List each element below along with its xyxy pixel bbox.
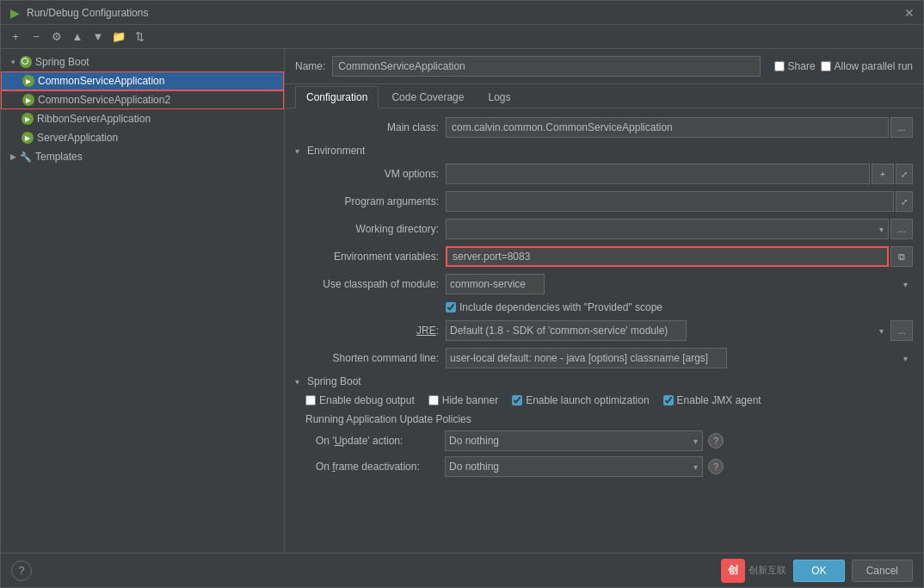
spring-boot-group-label: Spring Boot (35, 56, 89, 68)
tree-item-common-service-app2[interactable]: ▶ CommonServiceApplication2 (1, 90, 284, 109)
on-update-select[interactable]: Do nothing Update resources Update class… (445, 430, 703, 451)
remove-button[interactable]: − (27, 28, 46, 46)
shorten-cmd-label: Shorten command line: (295, 352, 446, 364)
share-checkbox-label[interactable]: Share (774, 60, 816, 72)
run-icon-3: ▶ (22, 113, 34, 125)
dialog-icon: ▶ (8, 6, 22, 20)
tree-item-server-app[interactable]: ▶ ServerApplication (1, 128, 284, 147)
hide-banner-label[interactable]: Hide banner (428, 394, 498, 406)
on-frame-help-button[interactable]: ? (708, 459, 724, 474)
tree-templates-group[interactable]: ▶ 🔧 Templates (1, 147, 284, 166)
ok-button[interactable]: OK (793, 560, 844, 582)
toolbar: + − ⚙ ▲ ▼ 📁 ⇅ (1, 25, 923, 49)
enable-debug-label[interactable]: Enable debug output (305, 394, 415, 406)
run-icon-1: ▶ (22, 75, 34, 87)
on-frame-row: On frame deactivation: Do nothing Update… (295, 456, 913, 477)
parallel-checkbox[interactable] (821, 61, 831, 71)
main-class-label: Main class: (295, 121, 446, 133)
dialog-title: Run/Debug Configurations (27, 7, 902, 19)
enable-launch-label[interactable]: Enable launch optimization (512, 394, 649, 406)
on-frame-label: On frame deactivation: (316, 461, 445, 473)
main-content: ▾ Spring Boot ▶ CommonServiceApplication (1, 49, 923, 553)
folder-button[interactable]: 📁 (109, 28, 128, 46)
tab-logs[interactable]: Logs (477, 85, 521, 108)
on-update-help-button[interactable]: ? (708, 433, 724, 449)
config-area: Main class: ... ▾ Environment VM options… (285, 108, 923, 553)
program-args-expand-button[interactable]: ⤢ (896, 191, 913, 212)
on-update-row: On 'Update' action: Do nothing Update re… (295, 430, 913, 451)
vm-options-add-button[interactable]: + (872, 164, 894, 184)
group-collapse-arrow: ▾ (8, 57, 18, 67)
spring-boot-section-arrow[interactable]: ▾ (295, 377, 307, 387)
left-panel: ▾ Spring Boot ▶ CommonServiceApplication (1, 49, 285, 553)
tree-spring-boot-group[interactable]: ▾ Spring Boot (1, 53, 284, 71)
tabs-row: Configuration Code Coverage Logs (285, 84, 923, 108)
include-dep-row: Include dependencies with "Provided" sco… (295, 301, 913, 313)
include-dep-checkbox[interactable] (446, 302, 456, 313)
shorten-cmd-row: Shorten command line: user-local default… (295, 348, 913, 368)
tab-configuration[interactable]: Configuration (295, 86, 379, 108)
close-button[interactable]: ✕ (902, 6, 916, 20)
wrench-icon: 🔧 (20, 151, 32, 163)
title-bar: ▶ Run/Debug Configurations ✕ (1, 1, 923, 25)
add-button[interactable]: + (6, 28, 25, 46)
cancel-button[interactable]: Cancel (852, 560, 913, 582)
enable-launch-checkbox[interactable] (512, 395, 522, 405)
enable-jmx-label[interactable]: Enable JMX agent (663, 394, 761, 406)
run-icon-2: ▶ (22, 94, 34, 106)
run-debug-configurations-dialog: ▶ Run/Debug Configurations ✕ + − ⚙ ▲ ▼ 📁… (0, 0, 924, 588)
move-down-button[interactable]: ▼ (89, 28, 108, 46)
tree-item-ribbon-server-app[interactable]: ▶ RibbonServerApplication (1, 109, 284, 128)
settings-button[interactable]: ⚙ (47, 28, 66, 46)
footer-buttons: 创 创新互联 OK Cancel (721, 559, 913, 583)
shorten-cmd-select[interactable]: user-local default: none - java [options… (446, 348, 727, 368)
working-dir-row: Working directory: ... (295, 219, 913, 239)
footer: ? 创 创新互联 OK Cancel (1, 553, 923, 587)
run-icon-4: ▶ (22, 132, 34, 144)
tab-code-coverage[interactable]: Code Coverage (380, 85, 475, 108)
share-area: Share Allow parallel run (774, 60, 913, 72)
move-up-button[interactable]: ▲ (68, 28, 87, 46)
classpath-select[interactable]: common-service (446, 274, 545, 294)
on-update-label: On 'Update' action: (316, 435, 445, 447)
vm-options-input[interactable] (446, 164, 870, 184)
tree-item-label-3: RibbonServerApplication (37, 113, 151, 125)
vm-options-row: VM options: + ⤢ (295, 164, 913, 184)
main-class-row: Main class: ... (295, 117, 913, 138)
enable-debug-checkbox[interactable] (305, 395, 316, 405)
env-vars-label: Environment variables: (295, 251, 446, 263)
environment-section-arrow[interactable]: ▾ (295, 146, 307, 156)
working-dir-input[interactable] (446, 219, 889, 239)
tree-item-label-1: CommonServiceApplication (38, 75, 164, 87)
program-args-input[interactable] (446, 191, 894, 212)
jre-browse-button[interactable]: ... (890, 320, 913, 341)
vm-options-label: VM options: (295, 168, 446, 180)
parallel-checkbox-label[interactable]: Allow parallel run (821, 60, 913, 72)
hide-banner-checkbox[interactable] (428, 395, 439, 405)
env-vars-copy-button[interactable]: ⧉ (890, 246, 913, 267)
working-dir-label: Working directory: (295, 223, 446, 235)
environment-section-header: ▾ Environment (295, 145, 913, 157)
help-button[interactable]: ? (11, 560, 32, 581)
spring-boot-icon (20, 56, 32, 68)
working-dir-browse-button[interactable]: ... (890, 219, 913, 239)
main-class-input[interactable] (446, 117, 889, 138)
sort-button[interactable]: ⇅ (130, 28, 149, 46)
vm-options-expand-button[interactable]: ⤢ (896, 164, 913, 184)
templates-label: Templates (35, 151, 83, 163)
classpath-row: Use classpath of module: common-service (295, 274, 913, 294)
main-class-browse-button[interactable]: ... (890, 117, 913, 138)
name-input[interactable] (332, 56, 760, 77)
jre-select[interactable]: Default (1.8 - SDK of 'common-service' m… (446, 320, 687, 341)
tree: ▾ Spring Boot ▶ CommonServiceApplication (1, 49, 284, 170)
env-vars-row: Environment variables: ⧉ (295, 246, 913, 267)
enable-jmx-checkbox[interactable] (663, 395, 674, 405)
env-vars-input[interactable] (446, 246, 889, 267)
name-label: Name: (295, 60, 325, 72)
on-frame-select[interactable]: Do nothing Update resources Update class… (445, 456, 703, 477)
program-args-row: Program arguments: ⤢ (295, 191, 913, 212)
tree-item-label-2: CommonServiceApplication2 (38, 94, 170, 106)
share-checkbox[interactable] (774, 61, 785, 71)
tree-item-common-service-app[interactable]: ▶ CommonServiceApplication (1, 71, 284, 90)
include-dep-checkbox-label[interactable]: Include dependencies with "Provided" sco… (446, 301, 662, 313)
